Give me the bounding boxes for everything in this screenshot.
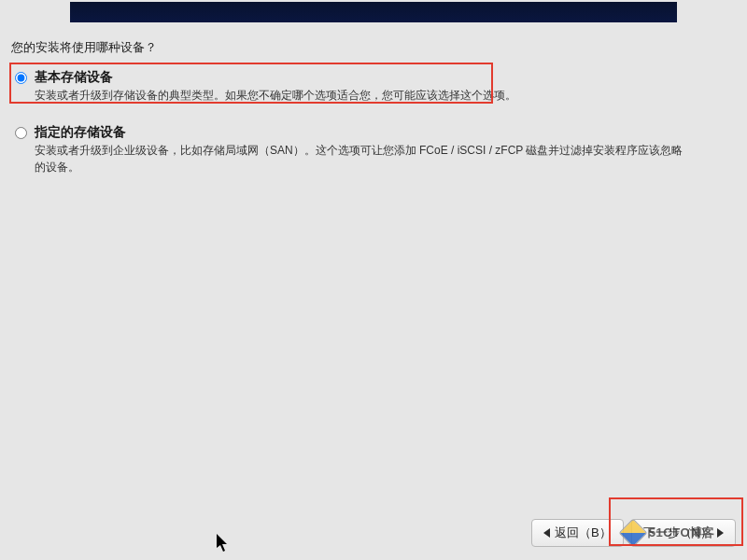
header-banner	[70, 2, 677, 22]
option-desc: 安装或者升级到存储设备的典型类型。如果您不确定哪个选项适合您，您可能应该选择这个…	[35, 88, 688, 104]
storage-options-group: 基本存储设备 安装或者升级到存储设备的典型类型。如果您不确定哪个选项适合您，您可…	[11, 65, 728, 192]
arrow-left-icon	[543, 528, 550, 538]
option-body: 基本存储设备 安装或者升级到存储设备的典型类型。如果您不确定哪个选项适合您，您可…	[35, 69, 728, 104]
option-desc: 安装或者升级到企业级设备，比如存储局域网（SAN）。这个选项可让您添加 FCoE…	[35, 143, 688, 175]
option-basic-storage[interactable]: 基本存储设备 安装或者升级到存储设备的典型类型。如果您不确定哪个选项适合您，您可…	[11, 65, 728, 111]
back-button-label: 返回（B）	[555, 525, 612, 541]
option-title: 基本存储设备	[35, 69, 728, 86]
mouse-cursor-icon	[217, 534, 230, 553]
next-button[interactable]: 下一步（N）	[631, 519, 736, 547]
next-button-label: 下一步（N）	[643, 525, 712, 541]
arrow-right-icon	[717, 528, 724, 538]
footer-buttons: 返回（B） 下一步（N）	[531, 519, 736, 547]
radio-basic-storage[interactable]	[15, 72, 27, 84]
option-title: 指定的存储设备	[35, 124, 728, 141]
page-prompt: 您的安装将使用哪种设备？	[11, 39, 157, 56]
radio-specialized-storage[interactable]	[15, 127, 27, 139]
option-body: 指定的存储设备 安装或者升级到企业级设备，比如存储局域网（SAN）。这个选项可让…	[35, 124, 728, 175]
back-button[interactable]: 返回（B）	[531, 519, 624, 547]
option-specialized-storage[interactable]: 指定的存储设备 安装或者升级到企业级设备，比如存储局域网（SAN）。这个选项可让…	[11, 120, 728, 183]
